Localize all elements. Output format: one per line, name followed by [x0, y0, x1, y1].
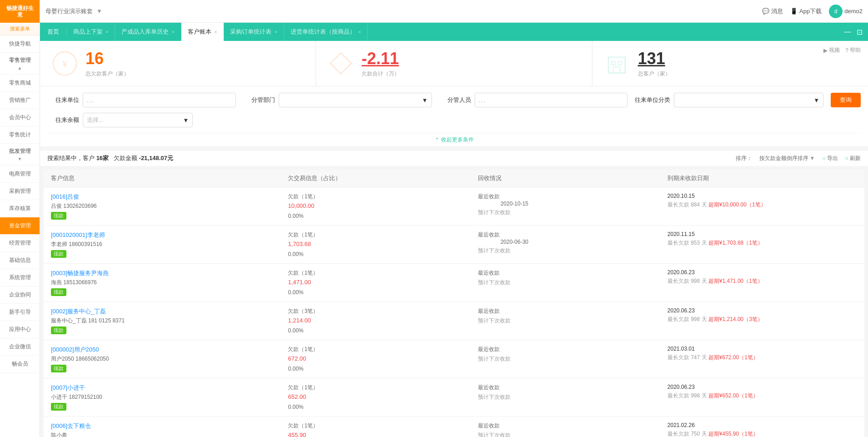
overdue-link[interactable]: 超期¥10,000.00（1笔） [708, 201, 766, 208]
overdue-link[interactable]: 超期¥672.00（1笔） [708, 354, 758, 361]
message-btn[interactable]: 💬 消息 [762, 7, 783, 15]
manager-input[interactable]: ... [475, 93, 628, 107]
close-icon-4[interactable]: × [274, 29, 277, 35]
overdue-link[interactable]: 超期¥1,214.00（3笔） [708, 316, 763, 322]
sidebar-item-new-guide[interactable]: 新手引导 [0, 304, 40, 321]
overdue-days: 最长欠款 747 天 超期¥672.00（1笔） [667, 354, 857, 362]
sidebar-item-marketing[interactable]: 营销推广 [0, 92, 40, 109]
debt-percent: 0.00% [288, 213, 477, 219]
overdue-link[interactable]: 超期¥455.90（1笔） [708, 431, 758, 437]
tab-customer-account[interactable]: 客户账本 × [181, 23, 224, 41]
help-btn[interactable]: ? 帮助 [845, 46, 861, 54]
customer-name-link[interactable]: [0016]吕俊 [51, 193, 288, 201]
results-actions: 排序： 按欠款金额倒序排序 ▼ ○ 导出 ○ 刷新 [736, 155, 861, 162]
filter-manager: 分管人员 ... [439, 93, 628, 107]
tabs-minimize-btn[interactable]: — [842, 28, 853, 36]
search-menu-label[interactable]: 搜索菜单 [2, 25, 38, 32]
dept-label: 分管部门 [243, 96, 275, 104]
sidebar-item-member-center[interactable]: 会员中心 [0, 109, 40, 126]
sidebar-item-enterprise-coop[interactable]: 企业协同 [0, 286, 40, 304]
sidebar-item-retail-stats[interactable]: 零售统计 [0, 126, 40, 144]
customer-name-link[interactable]: [0002]服务中心_丁磊 [51, 307, 288, 316]
overdue-link[interactable]: 超期¥1,703.68（1笔） [708, 240, 763, 246]
debt-amount-number: -2.11 [361, 49, 581, 68]
tab-customer-account-label: 客户账本 [188, 28, 211, 36]
sidebar-item-batch-mgmt[interactable]: 批发管理 ▼ [0, 144, 40, 166]
sidebar-item-inventory[interactable]: 库存核算 [0, 200, 40, 217]
balance-label: 往来余额 [47, 116, 79, 124]
overdue-days: 最长欠款 853 天 超期¥1,703.68（1笔） [667, 239, 857, 247]
due-date: 2020.11.15 [667, 231, 857, 237]
debt-count: 欠款（1笔） [288, 422, 477, 430]
sidebar-item-retail-mall[interactable]: 零售商城 [0, 75, 40, 92]
customer-name-link[interactable]: [0001020001]李老师 [51, 231, 288, 239]
source-unit-type-select[interactable]: ▼ [674, 93, 823, 107]
topbar: 母婴行业演示账套 ▼ 💬 消息 📱 App下载 d demo2 [40, 0, 868, 23]
refresh-btn[interactable]: ○ 刷新 [845, 155, 861, 162]
export-btn[interactable]: ○ 导出 [823, 155, 838, 162]
dept-select[interactable]: ▼ [279, 93, 432, 107]
sidebar-item-purchase-mgmt[interactable]: 采购管理 [0, 183, 40, 200]
user-menu[interactable]: d demo2 [829, 5, 863, 18]
customer-tag: 现款 [51, 326, 66, 334]
app-download-btn[interactable]: 📱 App下载 [790, 7, 822, 15]
customer-name-link[interactable]: [0006]去下粮仓 [51, 422, 288, 430]
tab-product-instock[interactable]: 产成品入库单历史 × [115, 23, 181, 41]
sidebar-item-vip-member[interactable]: 畅会员 [0, 356, 40, 373]
source-unit-input[interactable]: ... [83, 93, 236, 107]
customer-name-link[interactable]: [000002]用户2050 [51, 346, 288, 354]
sidebar-item-capital-mgmt[interactable]: 资金管理 [0, 217, 40, 235]
vip-member-label: 畅会员 [12, 360, 28, 368]
sidebar-item-enterprise-wx[interactable]: 企业微信 [0, 338, 40, 356]
dropdown-arrow-icon[interactable]: ▼ [96, 8, 102, 15]
last-payment-label: 最近收款 [478, 422, 667, 430]
collapse-btn[interactable]: ⌃ 收起更多条件 [47, 133, 861, 146]
debt-count: 欠款（1笔） [288, 231, 477, 239]
sidebar-item-sys-mgmt[interactable]: 系统管理 [0, 269, 40, 286]
retail-mall-label: 零售商城 [9, 79, 31, 87]
tab-instock-stats[interactable]: 进货单统计表（按商品） × [284, 23, 368, 41]
customer-info-cell: [000002]用户2050 用户2050 18665062050 现款 [51, 346, 288, 372]
overdue-link[interactable]: 超期¥652.00（1笔） [708, 392, 758, 399]
data-table: 客户信息 欠交易信息（占比） 回收情况 到期未收款日期 [0016]吕俊 吕俊 … [44, 170, 864, 437]
basic-info-label: 基础信息 [9, 256, 31, 264]
close-icon-2[interactable]: × [171, 29, 174, 35]
col-payback: 回收情况 [478, 174, 667, 182]
search-button[interactable]: 查询 [831, 93, 861, 107]
customer-phone: 小进干 18279152100 [51, 393, 288, 401]
sidebar-item-app-center[interactable]: 应用中心 [0, 321, 40, 338]
sidebar-quick-nav-label: 快捷导航 [9, 40, 31, 48]
app-download-label: App下载 [799, 7, 822, 15]
debt-amount: 1,214.00 [288, 317, 477, 324]
sidebar-item-retail-mgmt[interactable]: 零售管理 ▲ [0, 53, 40, 75]
sidebar-item-ops-mgmt[interactable]: 经营管理 [0, 235, 40, 252]
next-payment-label: 预计下次收款 [478, 279, 667, 286]
close-icon-5[interactable]: × [358, 29, 361, 35]
sidebar-search[interactable]: 搜索菜单 [0, 23, 40, 35]
balance-select[interactable]: 选择... ▼ [83, 113, 193, 127]
close-icon[interactable]: × [105, 29, 108, 35]
due-date: 2021.03.01 [667, 346, 857, 352]
video-btn[interactable]: ▶ 视频 [823, 46, 840, 54]
ecom-mgmt-label: 电商管理 [9, 170, 31, 178]
col-debt-info: 欠交易信息（占比） [288, 174, 477, 182]
tab-purchase-order[interactable]: 采购订单统计表 × [224, 23, 284, 41]
sidebar-item-basic-info[interactable]: 基础信息 [0, 252, 40, 269]
debt-amount: 652.00 [288, 393, 477, 400]
customer-name-link[interactable]: [0003]畅捷服务尹海燕 [51, 269, 288, 277]
close-icon-3[interactable]: × [214, 29, 217, 35]
sidebar-item-ecom-mgmt[interactable]: 电商管理 [0, 166, 40, 183]
customer-name-link[interactable]: [0007]小进干 [51, 384, 288, 392]
col-customer-info: 客户信息 [51, 174, 288, 182]
stat-card-debt-customers: ¥ 16 总欠款客户（家） [40, 41, 316, 86]
sort-select-btn[interactable]: 按欠款金额倒序排序 ▼ [759, 155, 815, 162]
sidebar-item-quick-nav: 快捷导航 [0, 35, 40, 53]
purchase-mgmt-label: 采购管理 [9, 187, 31, 195]
filter-row-1: 往来单位 ... 分管部门 ▼ 分管人员 [47, 93, 861, 107]
due-date-cell: 2020.06.23 最长欠款 998 天 超期¥652.00（1笔） [667, 384, 857, 400]
tab-home[interactable]: 首页 [40, 28, 67, 36]
tabs-maximize-btn[interactable]: ⊡ [855, 28, 864, 36]
tab-product-list[interactable]: 商品上下架 × [67, 23, 115, 41]
overdue-link[interactable]: 超期¥1,471.00（1笔） [708, 278, 763, 284]
customer-phone: 用户2050 18665062050 [51, 355, 288, 363]
